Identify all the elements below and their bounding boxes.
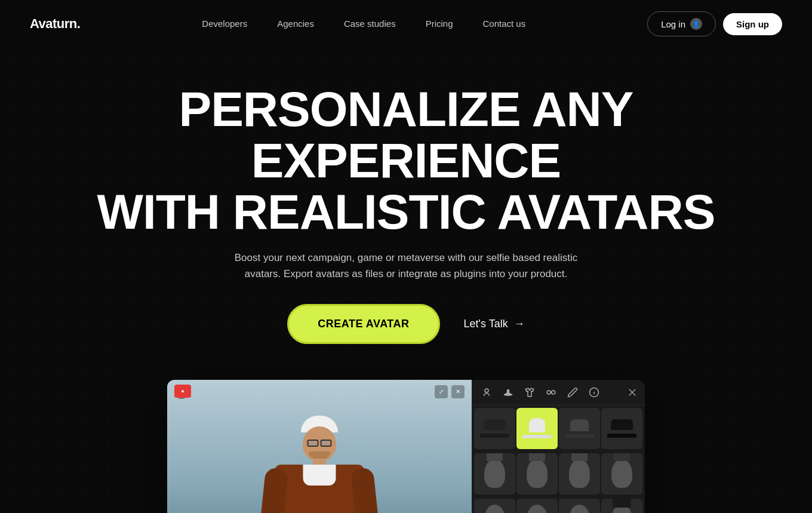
svg-point-4 xyxy=(552,391,555,394)
toolbar-icons xyxy=(480,386,601,399)
glass-right xyxy=(321,440,332,447)
avatar-jacket xyxy=(275,465,364,513)
viewer-record-button[interactable]: ● xyxy=(174,385,191,398)
lets-talk-button[interactable]: Let's Talk → xyxy=(464,318,525,330)
nav-item-case-studies[interactable]: Case studies xyxy=(344,19,396,29)
avatar-beard xyxy=(309,451,330,459)
panel-grid xyxy=(472,406,645,513)
avatar-thumb-8[interactable] xyxy=(601,499,642,513)
avatar-thumb-4[interactable] xyxy=(601,453,642,494)
avatar-shirt xyxy=(303,465,336,486)
arrow-icon: → xyxy=(514,318,525,330)
hero-subtitle: Boost your next campaign, game or metave… xyxy=(221,250,591,282)
glass-left xyxy=(307,440,319,447)
user-icon: 👤 xyxy=(690,18,702,30)
nav-item-contact[interactable]: Contact us xyxy=(483,19,526,29)
hero-actions: CREATE AVATAR Let's Talk → xyxy=(30,304,782,344)
toolbar-clothing-icon[interactable] xyxy=(523,386,536,399)
avatar-thumb-6[interactable] xyxy=(516,499,558,513)
toolbar-avatar-icon[interactable] xyxy=(480,386,493,399)
demo-section: ‹ ⤢ ✕ ● xyxy=(0,380,812,513)
avatar-right-arm xyxy=(350,467,380,513)
hat-item-black[interactable] xyxy=(601,408,642,449)
avatar-face xyxy=(303,426,336,461)
avatar-thumb-3[interactable] xyxy=(559,453,600,494)
toolbar-edit-icon[interactable] xyxy=(566,386,579,399)
lets-talk-label: Let's Talk xyxy=(464,318,508,330)
hero-section: PERSONALIZE ANY EXPERIENCE WITH REALISTI… xyxy=(0,48,812,368)
avatar-figure xyxy=(248,410,391,513)
avatar-thumb-1[interactable] xyxy=(474,453,515,494)
nav-item-pricing[interactable]: Pricing xyxy=(426,19,453,29)
login-label: Log in xyxy=(661,19,685,29)
avatar-thumb-7[interactable] xyxy=(559,499,600,513)
svg-point-0 xyxy=(485,389,488,392)
viewer-top-controls: ⤢ ✕ xyxy=(435,385,465,398)
viewer-expand-button[interactable]: ⤢ xyxy=(435,385,448,398)
navbar: Avaturn. Developers Agencies Case studie… xyxy=(0,0,812,48)
demo-container: ‹ ⤢ ✕ ● xyxy=(167,380,645,513)
avatar-thumb-5[interactable] xyxy=(474,499,515,513)
viewer-top-bar: ‹ ⤢ ✕ xyxy=(167,380,472,404)
nav-item-developers[interactable]: Developers xyxy=(202,19,247,29)
avatar-glasses xyxy=(307,440,332,447)
signup-button[interactable]: Sign up xyxy=(723,13,782,35)
nav-actions: Log in 👤 Sign up xyxy=(647,11,782,36)
avatar-left-arm xyxy=(259,467,288,513)
logo: Avaturn. xyxy=(30,16,80,32)
avatar-thumb-2[interactable] xyxy=(516,453,558,494)
nav-links: Developers Agencies Case studies Pricing… xyxy=(202,19,525,29)
customizer-panel xyxy=(472,380,645,513)
svg-rect-2 xyxy=(507,389,510,392)
hat-item-white[interactable] xyxy=(516,408,558,449)
toolbar-glasses-icon[interactable] xyxy=(545,386,558,399)
viewer-close-button[interactable]: ✕ xyxy=(451,385,465,398)
panel-toolbar xyxy=(472,380,645,406)
create-avatar-button[interactable]: CREATE AVATAR xyxy=(287,304,439,344)
nav-item-agencies[interactable]: Agencies xyxy=(277,19,314,29)
svg-point-3 xyxy=(547,391,550,394)
toolbar-info-icon[interactable] xyxy=(588,386,601,399)
toolbar-hat-icon[interactable] xyxy=(502,386,515,399)
login-button[interactable]: Log in 👤 xyxy=(647,11,716,36)
hero-title: PERSONALIZE ANY EXPERIENCE WITH REALISTI… xyxy=(30,84,782,238)
avatar-viewer: ‹ ⤢ ✕ ● xyxy=(167,380,472,513)
hat-item-dark[interactable] xyxy=(474,408,515,449)
hat-item-gray[interactable] xyxy=(559,408,600,449)
toolbar-close-button[interactable] xyxy=(628,388,636,397)
